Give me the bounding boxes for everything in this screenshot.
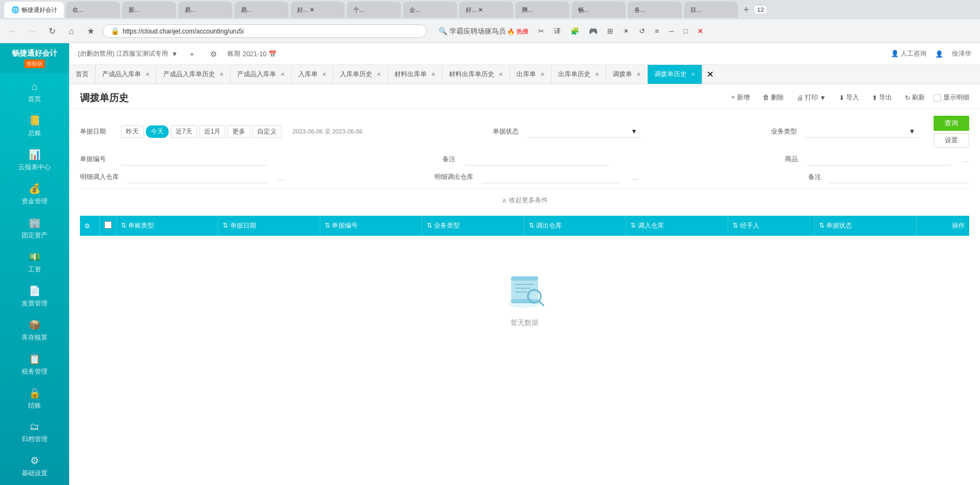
sidebar-item-settings[interactable]: ⚙ 基础设置 xyxy=(0,449,69,483)
browser-tab-5[interactable]: 好... ✕ xyxy=(291,2,345,18)
warehouse-in-input[interactable] xyxy=(127,171,267,183)
date-more[interactable]: 更多 xyxy=(227,125,250,138)
tab-finished-in-2[interactable]: 产成品入库单 ✕ xyxy=(231,65,292,84)
sidebar-item-tax[interactable]: 📋 税务管理 xyxy=(0,348,69,382)
tab-close-7[interactable]: ✕ xyxy=(499,71,503,77)
th-checkbox[interactable] xyxy=(99,216,116,236)
tab-close-9[interactable]: ✕ xyxy=(595,71,599,77)
tab-out-order[interactable]: 出库单 ✕ xyxy=(510,65,552,84)
browser-tab-1[interactable]: 在... xyxy=(66,2,120,18)
sidebar-item-reports[interactable]: 📊 云报表中心 xyxy=(0,143,69,177)
tab-close-6[interactable]: ✕ xyxy=(431,71,435,77)
minimize-button[interactable]: ─ xyxy=(666,25,677,37)
grid-button[interactable]: ⊞ xyxy=(604,25,616,37)
warehouse-in-more-icon[interactable]: ... xyxy=(278,173,284,182)
brightness-button[interactable]: ☀ xyxy=(620,25,633,37)
goods-input[interactable] xyxy=(807,153,952,165)
setting-button[interactable]: 设置 xyxy=(934,133,969,148)
forward-button[interactable]: → xyxy=(25,24,40,39)
menu-button[interactable]: ≡ xyxy=(652,25,662,37)
maximize-button[interactable]: □ xyxy=(680,25,691,37)
warehouse-out-input[interactable] xyxy=(482,171,621,183)
browser-tab-active[interactable]: 🌐 畅捷通好会计 xyxy=(4,2,64,18)
sidebar-item-ledger[interactable]: 📒 总账 xyxy=(0,109,69,143)
home-button[interactable]: ⌂ xyxy=(64,24,79,39)
back-button[interactable]: ← xyxy=(5,24,21,39)
export-button[interactable]: ⬆ 导出 xyxy=(868,91,896,104)
sidebar-item-archive[interactable]: 🗂 归档管理 xyxy=(0,416,69,449)
tab-material-out[interactable]: 材料出库单 ✕ xyxy=(388,65,442,84)
tab-home[interactable]: 首页 xyxy=(69,65,96,84)
browser-tab-7[interactable]: 企... xyxy=(403,2,457,18)
display-toggle-checkbox[interactable] xyxy=(934,94,941,102)
voucher-no-input[interactable] xyxy=(121,153,266,165)
tab-close-8[interactable]: ✕ xyxy=(540,71,545,77)
th-handler[interactable]: ⇅ 经手人 xyxy=(728,216,815,236)
browser-tab-8[interactable]: 好... ✕ xyxy=(459,2,513,18)
close-all-tabs-button[interactable]: ✕ xyxy=(702,69,718,79)
th-status[interactable]: ⇅ 单据状态 xyxy=(815,216,917,236)
search-button[interactable]: 🔍 学霸应聘场驱鸟员 🔥 热搜 xyxy=(435,24,532,38)
tab-close-11[interactable]: ✕ xyxy=(691,71,695,77)
browser-tab-6[interactable]: 个... xyxy=(347,2,401,18)
tab-close-10[interactable]: ✕ xyxy=(636,71,641,77)
tab-transfer-history[interactable]: 调拨单历史 ✕ xyxy=(648,65,702,84)
date-7days[interactable]: 近7天 xyxy=(171,125,197,138)
th-settings[interactable]: ⚙ xyxy=(80,216,99,236)
business-type-select[interactable]: ▼ xyxy=(806,125,918,138)
scissors-button[interactable]: ✂ xyxy=(535,25,547,37)
tab-material-out-history[interactable]: 材料出库单历史 ✕ xyxy=(442,65,510,84)
translate-button[interactable]: 译 xyxy=(551,24,564,38)
human-service-button[interactable]: 👤 人工咨询 xyxy=(891,49,927,58)
extensions-button[interactable]: 🧩 xyxy=(567,25,582,37)
bookmark-button[interactable]: ★ xyxy=(83,24,98,39)
date-1month[interactable]: 近1月 xyxy=(199,125,226,138)
sidebar-item-finance[interactable]: 💰 资金管理 xyxy=(0,177,69,211)
warehouse-out-more-icon[interactable]: ... xyxy=(632,173,639,182)
print-button[interactable]: 🖨 打印 ▼ xyxy=(793,91,830,104)
browser-tab-4[interactable]: 易... xyxy=(234,2,288,18)
th-business[interactable]: ⇅ 业务类型 xyxy=(422,216,524,236)
company-selector[interactable]: (勿删勿禁用) 江西服宝测试专用 ▼ xyxy=(78,49,178,58)
browser-tab-9[interactable]: 腾... xyxy=(515,2,569,18)
tab-transfer[interactable]: 调拨单 ✕ xyxy=(606,65,648,84)
th-warehouse-in[interactable]: ⇅ 调入仓库 xyxy=(626,216,728,236)
date-yesterday[interactable]: 昨天 xyxy=(121,125,144,138)
browser-tab-10[interactable]: 畅... xyxy=(572,2,626,18)
address-bar[interactable]: 🔒 https://cloud.chanjet.com/accounting/u… xyxy=(103,24,427,38)
goods-more-icon[interactable]: ... xyxy=(963,155,969,164)
tab-close-4[interactable]: ✕ xyxy=(322,71,326,77)
tab-in-order-history[interactable]: 入库单历史 ✕ xyxy=(333,65,388,84)
note-input[interactable] xyxy=(830,171,969,183)
date-today[interactable]: 今天 xyxy=(146,125,169,138)
browser-tab-11[interactable]: 各... xyxy=(628,2,682,18)
reload-button[interactable]: ↻ xyxy=(44,24,59,39)
sidebar-item-salary[interactable]: 💵 工资 xyxy=(0,245,69,280)
refresh-button[interactable]: ↻ 刷新 xyxy=(901,91,929,104)
close-window-button[interactable]: ✕ xyxy=(694,25,707,37)
search-button[interactable]: 查询 xyxy=(934,116,969,131)
tab-finished-in[interactable]: 产成品入库单 ✕ xyxy=(96,65,157,84)
browser-tab-3[interactable]: 易... xyxy=(178,2,232,18)
tab-finished-in-history[interactable]: 产成品入库单历史 ✕ xyxy=(157,65,231,84)
status-select[interactable]: ▼ xyxy=(527,125,640,138)
th-warehouse-out[interactable]: ⇅ 调出仓库 xyxy=(524,216,626,236)
th-type[interactable]: ⇅ 单账类型 xyxy=(116,216,218,236)
remark-input[interactable] xyxy=(464,153,609,165)
browser-tab-2[interactable]: 新... xyxy=(122,2,176,18)
th-number[interactable]: ⇅ 单据编号 xyxy=(320,216,422,236)
tab-out-order-history[interactable]: 出库单历史 ✕ xyxy=(552,65,606,84)
sidebar-item-invoice[interactable]: 📄 发票管理 xyxy=(0,280,69,314)
company-settings-button[interactable]: ⚙ xyxy=(206,46,221,62)
collapse-button[interactable]: ∧ 收起更多条件 xyxy=(80,194,969,207)
date-custom[interactable]: 自定义 xyxy=(252,125,281,138)
games-button[interactable]: 🎮 xyxy=(586,25,601,37)
select-all-checkbox[interactable] xyxy=(104,221,112,229)
th-date[interactable]: ⇅ 单据日期 xyxy=(218,216,320,236)
tab-close-2[interactable]: ✕ xyxy=(219,71,224,77)
browser-tab-12[interactable]: 目... xyxy=(684,2,738,18)
undo-button[interactable]: ↺ xyxy=(636,25,648,37)
tab-close-5[interactable]: ✕ xyxy=(377,71,381,77)
new-tab-button[interactable]: + xyxy=(740,4,753,16)
tab-in-order[interactable]: 入库单 ✕ xyxy=(292,65,333,84)
